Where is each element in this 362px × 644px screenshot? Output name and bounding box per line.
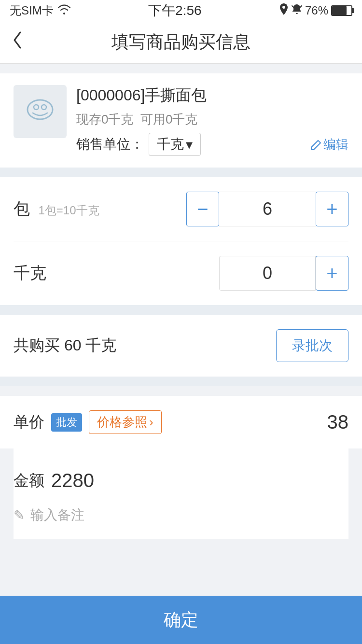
- section-divider-2: [0, 305, 362, 315]
- status-time: 下午2:56: [148, 1, 202, 20]
- product-unit-row: 销售单位： 千克 ▾: [76, 133, 348, 156]
- page-title: 填写商品购买信息: [111, 30, 251, 54]
- product-name: [0000006]手撕面包: [76, 85, 348, 106]
- amount-row: 金额 2280: [14, 460, 348, 501]
- price-reference-button[interactable]: 价格参照 ›: [89, 410, 162, 434]
- chevron-down-icon: ▾: [186, 137, 193, 153]
- note-row[interactable]: ✎ 输入备注: [14, 501, 348, 539]
- kg-input-row: 千克 +: [14, 241, 348, 305]
- price-label: 单价: [14, 412, 44, 433]
- location-icon: [279, 3, 289, 18]
- amount-value: 2280: [51, 470, 94, 491]
- summary-section: 共购买 60 千克 录批次: [0, 315, 362, 377]
- kg-quantity-control: +: [219, 256, 348, 291]
- edit-button[interactable]: 编辑: [311, 136, 348, 153]
- note-icon: ✎: [14, 507, 25, 523]
- status-right: 76%: [279, 3, 352, 18]
- wifi-icon: [57, 4, 71, 17]
- note-placeholder[interactable]: 输入备注: [30, 506, 84, 524]
- battery-text: 76%: [305, 4, 328, 17]
- product-stock: 现存0千克 可用0千克: [76, 111, 348, 128]
- price-badge: 批发: [51, 413, 82, 432]
- section-divider-3: [0, 377, 362, 386]
- svg-point-0: [28, 100, 53, 119]
- back-button[interactable]: [12, 30, 23, 54]
- pack-quantity-input[interactable]: [219, 192, 316, 226]
- alarm-icon: [292, 3, 302, 18]
- battery-icon: [331, 5, 352, 16]
- pack-input-row: 包 1包=10千克 − +: [14, 177, 348, 241]
- svg-point-2: [42, 105, 46, 110]
- pack-label: 包 1包=10千克: [14, 198, 186, 220]
- carrier-text: 无SIM卡: [10, 3, 54, 18]
- confirm-bar[interactable]: 确定: [0, 596, 362, 644]
- price-section: 单价 批发 价格参照 › 38: [0, 396, 362, 448]
- product-info: [0000006]手撕面包 现存0千克 可用0千克 销售单位： 千克 ▾: [76, 85, 348, 156]
- summary-text: 共购买 60 千克: [14, 335, 116, 356]
- section-divider-1: [0, 168, 362, 177]
- confirm-button-label: 确定: [164, 608, 198, 632]
- pack-quantity-control: − +: [186, 192, 348, 226]
- record-batch-button[interactable]: 录批次: [276, 329, 348, 362]
- product-card: [0000006]手撕面包 现存0千克 可用0千克 销售单位： 千克 ▾: [0, 73, 362, 168]
- product-thumbnail: [14, 85, 67, 138]
- amount-label: 金额: [14, 470, 44, 491]
- status-left: 无SIM卡: [10, 3, 71, 18]
- chevron-right-icon: ›: [149, 415, 153, 430]
- price-value: 38: [327, 411, 349, 433]
- pack-decrement-button[interactable]: −: [186, 192, 219, 226]
- product-logo-icon: [26, 98, 55, 126]
- kg-quantity-input[interactable]: [219, 256, 316, 291]
- pack-increment-button[interactable]: +: [316, 192, 348, 226]
- unit-select[interactable]: 千克 ▾: [149, 133, 201, 156]
- nav-bar: 填写商品购买信息: [0, 21, 362, 64]
- kg-increment-button[interactable]: +: [316, 256, 348, 291]
- status-bar: 无SIM卡 下午2:56 76%: [0, 0, 362, 21]
- svg-point-1: [34, 105, 39, 110]
- quantity-section: 包 1包=10千克 − + 千克 +: [0, 177, 362, 305]
- kg-label: 千克: [14, 262, 219, 284]
